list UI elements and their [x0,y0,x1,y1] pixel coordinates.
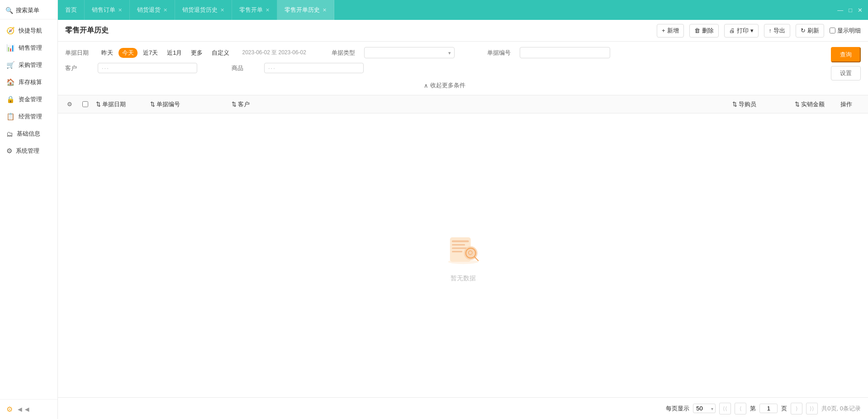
th-billno[interactable]: ⇅ 单据编号 [147,100,228,108]
sidebar-item-label: 快捷导航 [19,27,42,35]
filter-with-actions: 单据日期 昨天 今天 近7天 近1月 更多 自定义 2023-06-02 至 2… [65,47,861,91]
first-page-button[interactable]: ⟨⟨ [719,403,731,414]
tab-label: 销货退货历史 [182,6,218,14]
prev-page-button[interactable]: ⟨ [735,403,746,414]
page-label-post: 页 [781,405,787,413]
th-amount[interactable]: ⇅ 实销金额 [774,100,828,108]
filter-date-options: 昨天 今天 近7天 近1月 更多 自定义 [98,48,233,58]
th-ops-text: 操作 [840,100,852,108]
th-salesperson[interactable]: ⇅ 导购员 [729,100,774,108]
last-page-button[interactable]: ⟩⟩ [806,403,818,414]
tab-sales-order[interactable]: 销售订单 ✕ [85,0,130,20]
sidebar-item-jichu[interactable]: 🗂 基础信息 [0,125,57,142]
display-detail-label: 显示明细 [837,27,861,35]
refresh-button[interactable]: ↻ 刷新 [796,24,824,38]
tab-sales-return-hist[interactable]: 销货退货历史 ✕ [175,0,232,20]
sidebar-item-kuaijie[interactable]: 🧭 快捷导航 [0,22,57,39]
sidebar-item-label: 经营管理 [19,113,42,121]
sidebar-item-jingying[interactable]: 📋 经营管理 [0,108,57,125]
nav-icon: 🗂 [6,130,13,138]
th-customer-text: 客户 [238,100,250,108]
tab-retail-open-hist[interactable]: 零售开单历史 ✕ [277,0,334,20]
bill-no-input[interactable] [520,47,610,58]
sidebar-item-xiaoshou[interactable]: 📊 销售管理 [0,39,57,56]
svg-rect-2 [452,240,469,242]
sidebar-item-kucun[interactable]: 🏠 库存核算 [0,74,57,91]
customer-input[interactable]: ··· [98,63,197,73]
table-select-all[interactable] [78,101,92,107]
sidebar-search[interactable]: 🔍 搜索菜单 [0,0,57,19]
collapse-icon: ∧ [424,82,428,89]
export-label: 导出 [773,27,785,35]
tab-retail-open[interactable]: 零售开单 ✕ [232,0,277,20]
sidebar-item-caigou[interactable]: 🛒 采购管理 [0,56,57,74]
collapse-filter-button[interactable]: ∧ 收起更多条件 [418,80,471,91]
goods-dots: ··· [268,65,276,71]
print-icon: 🖨 [729,27,735,34]
delete-button[interactable]: 🗑 删除 [689,24,719,38]
nav-icon: 🧭 [6,27,15,35]
date-opt-today[interactable]: 今天 [119,48,138,58]
nav-icon: 🏠 [6,78,15,86]
date-opt-yesterday[interactable]: 昨天 [98,48,117,58]
th-date[interactable]: ⇅ 单据日期 [92,100,147,108]
gear-icon[interactable]: ⚙ [6,405,13,414]
date-opt-custom[interactable]: 自定义 [208,48,233,58]
total-info: 共0页, 0条记录 [821,405,861,413]
window-controls: — □ ✕ [832,0,868,20]
page-number-input[interactable] [759,404,778,413]
tab-close-icon[interactable]: ✕ [118,7,122,13]
date-opt-more[interactable]: 更多 [187,48,206,58]
print-button[interactable]: 🖨 打印 ▾ [724,24,759,38]
toolbar: 零售开单历史 + 新增 🗑 删除 🖨 打印 ▾ ↑ 导出 ↻ 刷新 [58,20,868,42]
add-button[interactable]: + 新增 [657,24,684,38]
select-all-checkbox[interactable] [82,101,88,107]
export-button[interactable]: ↑ 导出 [764,24,791,38]
sidebar-item-label: 库存核算 [19,78,42,86]
minimize-button[interactable]: — [837,7,843,14]
close-button[interactable]: ✕ [858,7,863,14]
sidebar-item-label: 基础信息 [17,130,40,138]
empty-icon [441,228,486,269]
page-label-pre: 第 [750,405,756,413]
display-detail-checkbox[interactable]: 显示明细 [830,27,861,35]
maximize-button[interactable]: □ [849,7,852,14]
delete-label: 删除 [702,27,714,35]
svg-rect-5 [452,251,462,252]
bill-type-select[interactable] [364,47,455,58]
toolbar-actions: + 新增 🗑 删除 🖨 打印 ▾ ↑ 导出 ↻ 刷新 显示明细 [657,24,861,38]
collapse-sidebar-icon[interactable]: ◄◄ [16,405,31,414]
page-size-select[interactable]: 50 100 200 [693,404,716,413]
print-label: 打印 [737,27,749,35]
date-opt-1month[interactable]: 近1月 [163,48,185,58]
settings-button[interactable]: 设置 [831,66,861,80]
add-label: 新增 [667,27,679,35]
th-customer-sort: ⇅ [232,101,237,108]
tab-close-icon[interactable]: ✕ [266,7,270,13]
tab-label: 销货退货 [137,6,161,14]
tab-close-icon[interactable]: ✕ [323,7,327,13]
refresh-label: 刷新 [807,27,819,35]
th-customer[interactable]: ⇅ 客户 [228,100,729,108]
search-icon: 🔍 [5,7,13,14]
next-page-button[interactable]: ⟩ [791,403,802,414]
collapse-label: 收起更多条件 [430,81,465,89]
customer-dots: ··· [102,65,109,71]
th-billno-sort: ⇅ [150,101,155,108]
tab-close-icon[interactable]: ✕ [163,7,167,13]
print-chevron-icon: ▾ [750,27,754,34]
display-detail-input[interactable] [830,28,835,33]
th-date-label: ⇅ [96,101,101,108]
date-opt-7days[interactable]: 近7天 [139,48,161,58]
tab-sales-return[interactable]: 销货退货 ✕ [130,0,175,20]
sidebar-item-zijin[interactable]: 🔒 资金管理 [0,91,57,108]
tab-home[interactable]: 首页 [58,0,85,20]
bill-no-label: 单据编号 [487,49,512,57]
table-area: ⚙ ⇅ 单据日期 ⇅ 单据编号 ⇅ 客户 ⇅ 导购员 ⇅ 实销金额 [58,95,868,397]
sidebar-item-xitong[interactable]: ⚙ 系统管理 [0,142,57,160]
query-button[interactable]: 查询 [831,47,861,62]
goods-input[interactable]: ··· [264,63,364,73]
sidebar: 🔍 搜索菜单 🧭 快捷导航 📊 销售管理 🛒 采购管理 🏠 库存核算 🔒 资金管… [0,0,58,419]
table-settings-icon[interactable]: ⚙ [62,101,78,108]
tab-close-icon[interactable]: ✕ [220,7,224,13]
